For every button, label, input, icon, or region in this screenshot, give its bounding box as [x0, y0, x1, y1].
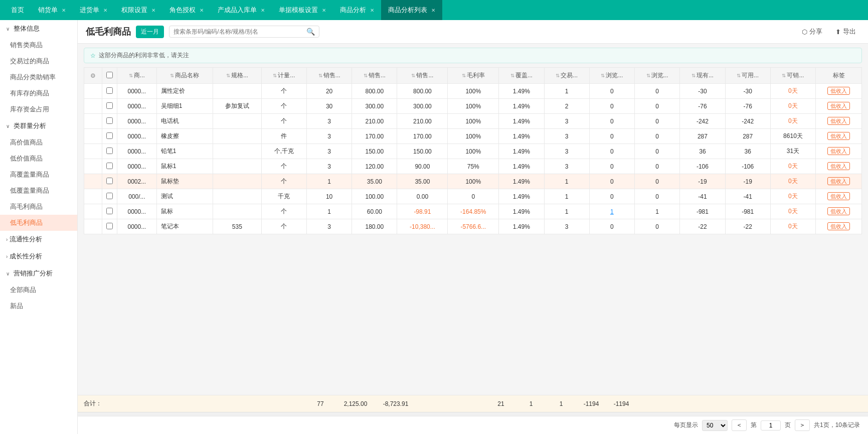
close-icon[interactable]: ✕ — [261, 8, 265, 13]
horizontal-scrollbar[interactable] — [78, 412, 868, 416]
close-icon[interactable]: ✕ — [322, 8, 326, 13]
cell-check[interactable] — [102, 204, 117, 219]
col-sales-qty[interactable]: ⇅销售... — [306, 68, 352, 84]
sort-icon[interactable]: ⇅ — [510, 73, 514, 78]
col-unit[interactable]: ⇅计量... — [261, 68, 306, 84]
cell-check[interactable] — [102, 189, 117, 204]
sidebar-item-sales-goods[interactable]: 销售类商品 — [0, 37, 77, 53]
cell-check[interactable] — [102, 219, 117, 234]
col-tag[interactable]: 标签 — [816, 68, 862, 84]
cell-name[interactable]: 笔记本 — [156, 219, 213, 234]
sidebar-item-high-coverage[interactable]: 高覆盖量商品 — [0, 167, 77, 183]
nav-product-inbound[interactable]: 产成品入库单 ✕ — [211, 0, 272, 20]
sort-icon[interactable]: ⇅ — [737, 73, 741, 78]
sidebar-item-category-rate[interactable]: 商品分类助销率 — [0, 69, 77, 85]
export-button[interactable]: ⬆ 导出 — [831, 25, 860, 38]
next-page-button[interactable]: ＞ — [795, 419, 810, 431]
row-checkbox[interactable] — [106, 87, 113, 94]
col-browse1[interactable]: ⇅浏览... — [589, 68, 634, 84]
col-trade[interactable]: ⇅交易... — [544, 68, 589, 84]
sidebar-item-traded-goods[interactable]: 交易过的商品 — [0, 53, 77, 69]
col-sales-amount[interactable]: ⇅销售... — [397, 68, 448, 84]
sidebar-item-low-coverage[interactable]: 低覆盖量商品 — [0, 183, 77, 199]
col-stock-now[interactable]: ⇅现有... — [680, 68, 725, 84]
share-button[interactable]: ⬡ 分享 — [798, 25, 826, 38]
close-icon[interactable]: ✕ — [62, 8, 66, 13]
col-spec[interactable]: ⇅规格... — [213, 68, 262, 84]
collapse-icon[interactable]: ∨ — [6, 271, 10, 276]
prev-page-button[interactable]: ＜ — [732, 419, 747, 431]
cell-name[interactable]: 电话机 — [156, 114, 213, 129]
cell-check[interactable] — [102, 174, 117, 189]
col-available[interactable]: ⇅可用... — [725, 68, 770, 84]
settings-icon[interactable]: ⚙ — [90, 72, 96, 79]
cell-name[interactable]: 铅笔1 — [156, 144, 213, 159]
nav-template[interactable]: 单据模板设置 ✕ — [272, 0, 333, 20]
select-all-checkbox[interactable] — [106, 72, 113, 78]
nav-home[interactable]: 首页 — [4, 0, 31, 20]
col-saleable[interactable]: ⇅可销... — [770, 68, 815, 84]
row-checkbox[interactable] — [106, 163, 113, 169]
sort-icon[interactable]: ⇅ — [318, 73, 322, 78]
sort-icon[interactable]: ⇅ — [646, 73, 650, 78]
close-icon[interactable]: ✕ — [200, 8, 204, 13]
col-sales-price[interactable]: ⇅销售... — [352, 68, 397, 84]
col-check[interactable] — [102, 68, 117, 84]
col-code[interactable]: ⇅商... — [117, 68, 157, 84]
cell-check[interactable] — [102, 84, 117, 99]
cell-name[interactable]: 鼠标垫 — [156, 174, 213, 189]
row-checkbox[interactable] — [106, 208, 113, 214]
close-icon[interactable]: ✕ — [431, 8, 435, 13]
sort-icon[interactable]: ⇅ — [691, 73, 696, 78]
expand-icon[interactable]: › — [6, 237, 8, 242]
sidebar-group-liquidity[interactable]: › 流通性分析 — [0, 231, 77, 248]
sort-icon[interactable]: ⇅ — [411, 73, 415, 78]
col-settings[interactable]: ⚙ — [84, 68, 102, 84]
row-checkbox[interactable] — [106, 117, 113, 124]
collapse-icon[interactable]: ∨ — [6, 123, 10, 129]
cell-check[interactable] — [102, 159, 117, 174]
sidebar-item-new-goods[interactable]: 新品 — [0, 298, 77, 314]
sort-icon[interactable]: ⇅ — [364, 73, 368, 78]
sort-icon[interactable]: ⇅ — [556, 73, 560, 78]
nav-purchase[interactable]: 进货单 ✕ — [73, 0, 114, 20]
sidebar-item-all-goods[interactable]: 全部商品 — [0, 282, 77, 298]
col-cover-rate[interactable]: ⇅覆盖... — [499, 68, 544, 84]
sidebar-item-capital[interactable]: 库存资金占用 — [0, 101, 77, 117]
cell-browse1[interactable]: 1 — [589, 204, 634, 219]
sort-icon[interactable]: ⇅ — [170, 73, 174, 78]
date-filter-button[interactable]: 近一月 — [136, 26, 164, 38]
collapse-icon[interactable]: ∨ — [6, 26, 10, 32]
row-checkbox[interactable] — [106, 223, 113, 229]
sidebar-group-marketing[interactable]: ∨ 营销推广分析 — [0, 265, 77, 282]
cell-check[interactable] — [102, 114, 117, 129]
nav-permissions[interactable]: 权限设置 ✕ — [114, 0, 162, 20]
sort-icon[interactable]: ⇅ — [601, 73, 605, 78]
sort-icon[interactable]: ⇅ — [462, 73, 466, 78]
sort-icon[interactable]: ⇅ — [129, 73, 133, 78]
col-browse2[interactable]: ⇅浏览... — [635, 68, 680, 84]
col-name[interactable]: ⇅商品名称 — [156, 68, 213, 84]
row-checkbox[interactable] — [106, 102, 113, 109]
expand-icon[interactable]: › — [6, 254, 8, 259]
sidebar-item-low-margin[interactable]: 低毛利商品 — [0, 215, 77, 231]
sidebar-item-low-value[interactable]: 低价值商品 — [0, 151, 77, 167]
cell-check[interactable] — [102, 129, 117, 144]
sidebar-group-overall[interactable]: ∨ 整体信息 — [0, 20, 77, 37]
sidebar-item-high-value[interactable]: 高价值商品 — [0, 134, 77, 151]
sort-icon[interactable]: ⇅ — [782, 73, 786, 78]
row-checkbox[interactable] — [106, 193, 113, 199]
nav-roles[interactable]: 角色授权 ✕ — [162, 0, 211, 20]
row-checkbox[interactable] — [106, 132, 113, 139]
sidebar-group-growth[interactable]: › 成长性分析 — [0, 248, 77, 265]
cell-check[interactable] — [102, 99, 117, 114]
cell-name[interactable]: 鼠标1 — [156, 159, 213, 174]
cell-name[interactable]: 吴细细1 — [156, 99, 213, 114]
nav-product-analysis-list[interactable]: 商品分析列表 ✕ — [381, 0, 442, 20]
close-icon[interactable]: ✕ — [151, 8, 155, 13]
close-icon[interactable]: ✕ — [370, 8, 374, 13]
row-checkbox[interactable] — [106, 148, 113, 154]
sidebar-group-cluster[interactable]: ∨ 类群量分析 — [0, 117, 77, 134]
per-page-select[interactable]: 50 100 200 — [702, 420, 728, 431]
close-icon[interactable]: ✕ — [103, 8, 107, 13]
